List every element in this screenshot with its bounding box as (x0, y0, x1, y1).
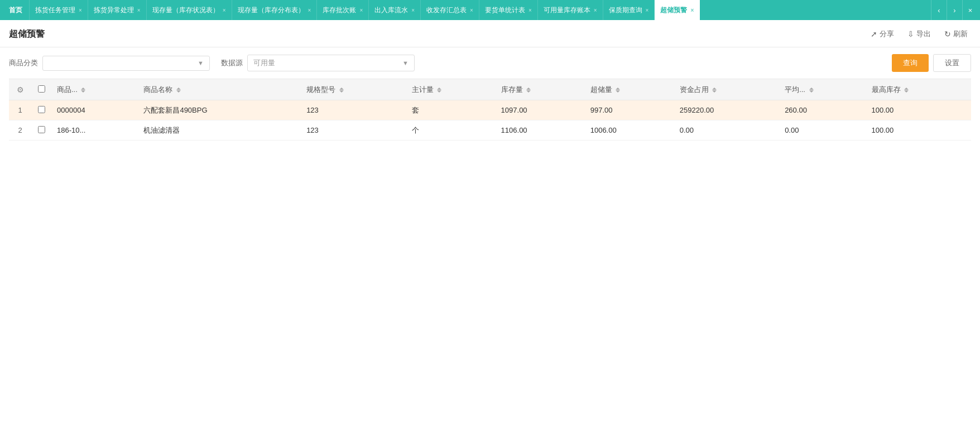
sort-icon (339, 88, 344, 93)
close-tab-icon[interactable]: × (411, 7, 415, 13)
header-actions: ➚ 分享 ⇩ 导出 ↻ 刷新 (867, 27, 971, 41)
refresh-icon: ↻ (944, 30, 951, 38)
column-checkbox (31, 79, 51, 100)
nav-close-arrow[interactable]: × (962, 0, 978, 20)
row-checkbox[interactable] (38, 106, 45, 113)
column-unit[interactable]: 主计量 (406, 79, 496, 100)
sort-icon (176, 88, 181, 93)
close-tab-icon[interactable]: × (79, 7, 82, 13)
close-tab-icon[interactable]: × (646, 7, 649, 13)
cell-avg: 0.00 (779, 120, 866, 140)
category-chevron-icon: ▼ (198, 60, 204, 66)
close-tab-icon[interactable]: × (470, 7, 473, 13)
nav-prev-arrow[interactable]: ‹ (931, 0, 947, 20)
cell-capital: 0.00 (674, 120, 779, 140)
gear-icon[interactable]: ⚙ (17, 85, 24, 94)
nav-arrows: ‹ › × (931, 0, 978, 20)
tab-stock-distribution[interactable]: 现存量（库存分布表） × (232, 0, 318, 20)
cell-capital: 259220.00 (674, 100, 779, 120)
column-settings[interactable]: ⚙ (9, 79, 31, 100)
close-tab-icon[interactable]: × (223, 7, 226, 13)
sort-icon (809, 88, 814, 93)
column-stock[interactable]: 库存量 (496, 79, 585, 100)
cell-max-stock: 100.00 (866, 100, 971, 120)
page-title: 超储预警 (9, 28, 45, 40)
cell-product-code: 186-10... (51, 120, 138, 140)
close-tab-icon[interactable]: × (359, 7, 363, 13)
category-select[interactable]: ▼ (42, 56, 210, 71)
export-button[interactable]: ⇩ 导出 (904, 27, 934, 41)
cell-stock: 1097.00 (496, 100, 585, 120)
cell-product-name: 六配套新昌490BPG (138, 100, 301, 120)
sort-icon (526, 88, 531, 93)
tab-available-stock[interactable]: 可用量库存账本 × (538, 0, 603, 20)
column-product-name[interactable]: 商品名称 (138, 79, 301, 100)
close-tab-icon[interactable]: × (308, 7, 311, 13)
row-number: 1 (9, 100, 31, 120)
cell-max-stock: 100.00 (866, 120, 971, 140)
tab-exception-handling[interactable]: 拣货异常处理 × (88, 0, 147, 20)
overstock-table: ⚙ 商品... 商品名称 (9, 79, 971, 140)
nav-home[interactable]: 首页 (2, 0, 30, 20)
cell-product-name: 机油滤清器 (138, 120, 301, 140)
tab-stock-batch[interactable]: 库存批次账 × (317, 0, 369, 20)
tab-summary[interactable]: 收发存汇总表 × (421, 0, 479, 20)
sort-icon (712, 88, 717, 93)
cell-avg: 260.00 (779, 100, 866, 120)
close-tab-icon[interactable]: × (529, 7, 532, 13)
page-header: 超储预警 ➚ 分享 ⇩ 导出 ↻ 刷新 (0, 20, 980, 47)
page-container: 超储预警 ➚ 分享 ⇩ 导出 ↻ 刷新 商品分类 ▼ 数据源 (0, 20, 980, 446)
column-capital[interactable]: 资金占用 (674, 79, 779, 100)
sort-icon (904, 88, 909, 93)
tab-task-management[interactable]: 拣货任务管理 × (30, 0, 88, 20)
select-all-checkbox[interactable] (38, 85, 45, 93)
tab-requisition-stats[interactable]: 要货单统计表 × (479, 0, 538, 20)
column-product-code[interactable]: 商品... (51, 79, 138, 100)
row-checkbox-cell[interactable] (31, 120, 51, 140)
table-container: ⚙ 商品... 商品名称 (0, 79, 980, 140)
filter-buttons: 查询 设置 (892, 54, 971, 72)
cell-product-code: 0000004 (51, 100, 138, 120)
column-max-stock[interactable]: 最高库存 (866, 79, 971, 100)
share-icon: ➚ (871, 30, 877, 38)
filter-row: 商品分类 ▼ 数据源 可用量 ▼ 查询 设置 (0, 47, 980, 79)
query-button[interactable]: 查询 (892, 54, 929, 72)
top-navigation: 首页 拣货任务管理 × 拣货异常处理 × 现存量（库存状况表） × 现存量（库存… (0, 0, 980, 20)
tab-overstock-warning[interactable]: 超储预警 × (655, 0, 700, 20)
close-tab-icon[interactable]: × (690, 7, 694, 13)
table-row[interactable]: 1 0000004 六配套新昌490BPG 123 套 1097.00 997.… (9, 100, 971, 120)
nav-next-arrow[interactable]: › (947, 0, 962, 20)
table-row[interactable]: 2 186-10... 机油滤清器 123 个 1106.00 1006.00 … (9, 120, 971, 140)
cell-stock: 1106.00 (496, 120, 585, 140)
close-tab-icon[interactable]: × (137, 7, 141, 13)
tab-shelf-life[interactable]: 保质期查询 × (603, 0, 655, 20)
cell-spec: 123 (301, 120, 406, 140)
cell-over-stock: 997.00 (585, 100, 674, 120)
sort-icon (81, 88, 85, 93)
datasource-chevron-icon: ▼ (402, 60, 409, 66)
row-checkbox[interactable] (38, 126, 45, 133)
close-tab-icon[interactable]: × (594, 7, 597, 13)
refresh-button[interactable]: ↻ 刷新 (941, 27, 971, 41)
table-header-row: ⚙ 商品... 商品名称 (9, 79, 971, 100)
tab-inout-flow[interactable]: 出入库流水 × (369, 0, 421, 20)
column-over-stock[interactable]: 超储量 (585, 79, 674, 100)
datasource-label: 数据源 (221, 58, 243, 68)
table-body: 1 0000004 六配套新昌490BPG 123 套 1097.00 997.… (9, 100, 971, 140)
tab-stock-status[interactable]: 现存量（库存状况表） × (147, 0, 232, 20)
export-icon: ⇩ (907, 30, 914, 38)
column-avg[interactable]: 平均... (779, 79, 866, 100)
category-label: 商品分类 (9, 58, 38, 68)
settings-button[interactable]: 设置 (933, 54, 971, 72)
cell-unit: 个 (406, 120, 496, 140)
cell-unit: 套 (406, 100, 496, 120)
row-number: 2 (9, 120, 31, 140)
datasource-filter-group: 数据源 可用量 ▼ (221, 55, 415, 71)
share-button[interactable]: ➚ 分享 (867, 27, 897, 41)
column-spec[interactable]: 规格型号 (301, 79, 406, 100)
cell-spec: 123 (301, 100, 406, 120)
row-checkbox-cell[interactable] (31, 100, 51, 120)
datasource-select[interactable]: 可用量 ▼ (247, 55, 415, 71)
sort-icon (437, 88, 441, 93)
category-filter-group: 商品分类 ▼ (9, 56, 210, 71)
